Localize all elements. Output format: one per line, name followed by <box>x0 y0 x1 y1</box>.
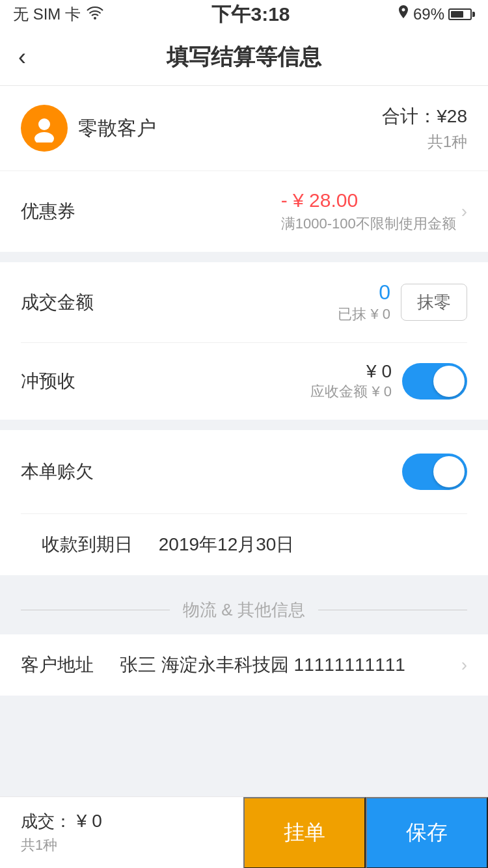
status-bar: 无 SIM 卡 下午3:18 69% <box>0 0 488 29</box>
arrear-row: 本单赊欠 <box>21 430 467 513</box>
customer-row: 零散客户 合计：¥28 共1种 <box>0 86 488 170</box>
hold-order-button[interactable]: 挂单 <box>243 797 366 869</box>
duedate-row: 收款到期日 2019年12月30日 <box>21 513 467 575</box>
status-left: 无 SIM 卡 <box>13 4 104 25</box>
logistics-divider-section: 物流 & 其他信息 <box>0 586 488 634</box>
logistics-divider: 物流 & 其他信息 <box>21 599 467 621</box>
customer-card: 零散客户 合计：¥28 共1种 优惠券 - ¥ 28.00 满1000-100不… <box>0 86 488 252</box>
customer-left: 零散客户 <box>21 105 156 152</box>
coupon-label: 优惠券 <box>21 199 75 224</box>
round-zero-button[interactable]: 抹零 <box>401 284 467 321</box>
coupon-discount: - ¥ 28.00 <box>281 189 456 211</box>
arrear-label: 本单赊欠 <box>21 459 94 484</box>
prepay-left: 冲预收 <box>21 369 75 394</box>
transaction-sub: 已抹 ¥ 0 <box>338 305 390 324</box>
prepay-amount-col: ¥ 0 应收金额 ¥ 0 <box>310 361 392 401</box>
save-button[interactable]: 保存 <box>366 797 488 869</box>
bottom-deal-row: 成交： ¥ 0 <box>21 810 223 833</box>
transaction-label: 成交金额 <box>21 290 94 315</box>
customer-right: 合计：¥28 共1种 <box>382 104 467 152</box>
status-time: 下午3:18 <box>211 1 290 28</box>
prepay-row: 冲预收 ¥ 0 应收金额 ¥ 0 <box>21 343 467 420</box>
transaction-row: 成交金额 0 已抹 ¥ 0 抹零 <box>21 262 467 343</box>
coupon-right: - ¥ 28.00 满1000-100不限制使用金额 › <box>281 189 467 234</box>
customer-name: 零散客户 <box>78 115 156 142</box>
total-count: 共1种 <box>382 131 467 152</box>
battery-percentage: 69% <box>413 5 444 23</box>
transaction-amount: 0 <box>338 280 390 305</box>
logistics-line-right <box>318 610 467 610</box>
coupon-arrow-icon: › <box>461 201 467 222</box>
svg-point-1 <box>34 132 54 142</box>
logistics-label: 物流 & 其他信息 <box>183 599 305 621</box>
address-value: 张三 海淀永丰科技园 11111111111 <box>120 653 461 677</box>
address-label: 客户地址 <box>21 653 94 677</box>
bottom-count: 共1种 <box>21 835 223 855</box>
logistics-line-left <box>21 610 170 610</box>
bottom-deal-label: 成交： <box>21 811 72 831</box>
transaction-section: 成交金额 0 已抹 ¥ 0 抹零 冲预收 ¥ 0 应收金额 ¥ 0 <box>0 262 488 420</box>
coupon-desc: 满1000-100不限制使用金额 <box>281 214 456 234</box>
wifi-icon <box>86 5 104 23</box>
duedate-value: 2019年12月30日 <box>159 534 295 554</box>
back-button[interactable]: ‹ <box>18 44 26 71</box>
duedate-label: 收款到期日 <box>42 534 133 554</box>
arrear-toggle[interactable] <box>402 454 467 490</box>
bottom-info: 成交： ¥ 0 共1种 <box>0 810 243 855</box>
avatar <box>21 105 68 152</box>
nav-bar: ‹ 填写结算等信息 <box>0 29 488 86</box>
address-arrow-icon: › <box>461 655 467 675</box>
total-amount: 合计：¥28 <box>382 104 467 129</box>
location-icon <box>398 5 409 23</box>
bottom-bar: 成交： ¥ 0 共1种 挂单 保存 <box>0 796 488 868</box>
transaction-value-col: 0 已抹 ¥ 0 <box>338 280 390 324</box>
prepay-label: 冲预收 <box>21 371 75 391</box>
page-title: 填写结算等信息 <box>167 42 321 72</box>
coupon-row[interactable]: 优惠券 - ¥ 28.00 满1000-100不限制使用金额 › <box>0 170 488 252</box>
arrear-section: 本单赊欠 收款到期日 2019年12月30日 <box>0 430 488 575</box>
prepay-right: ¥ 0 应收金额 ¥ 0 <box>310 361 467 401</box>
transaction-right: 0 已抹 ¥ 0 抹零 <box>338 280 467 324</box>
prepay-amount: ¥ 0 <box>310 361 392 382</box>
arrear-toggle-knob <box>433 456 465 487</box>
content: 零散客户 合计：¥28 共1种 优惠券 - ¥ 28.00 满1000-100不… <box>0 86 488 791</box>
carrier-text: 无 SIM 卡 <box>13 4 81 25</box>
bottom-deal-amount: ¥ 0 <box>77 811 102 831</box>
status-right: 69% <box>398 5 475 23</box>
svg-point-0 <box>38 118 50 130</box>
prepay-receivable: 应收金额 ¥ 0 <box>310 382 392 401</box>
prepay-toggle[interactable] <box>402 363 467 400</box>
address-row[interactable]: 客户地址 张三 海淀永丰科技园 11111111111 › <box>0 634 488 696</box>
battery-icon <box>448 8 475 20</box>
prepay-toggle-knob <box>433 366 465 397</box>
